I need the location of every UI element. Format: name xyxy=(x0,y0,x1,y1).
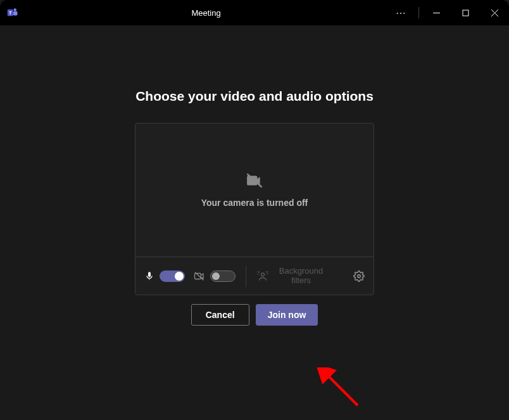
prejoin-card: Your camera is turned off xyxy=(135,123,374,295)
teams-app-icon: T xyxy=(0,0,25,25)
svg-line-18 xyxy=(326,374,358,405)
toolbar-separator xyxy=(246,265,246,287)
svg-point-11 xyxy=(261,273,265,276)
action-buttons: Cancel Join now xyxy=(0,304,509,326)
background-filters-icon xyxy=(256,270,269,283)
separator xyxy=(418,7,419,18)
device-settings-button[interactable] xyxy=(353,270,365,282)
video-preview: Your camera is turned off xyxy=(135,124,374,257)
microphone-icon xyxy=(144,271,154,281)
mic-toggle[interactable] xyxy=(160,270,185,282)
camera-off-icon xyxy=(246,172,263,189)
minimize-button[interactable] xyxy=(422,0,451,25)
titlebar: T Meeting ⋯ xyxy=(0,0,509,25)
content-area: Choose your video and audio options Your… xyxy=(0,25,509,420)
svg-point-16 xyxy=(358,274,361,277)
svg-rect-3 xyxy=(13,11,18,16)
background-filters-button[interactable]: Background filters xyxy=(256,267,348,286)
close-button[interactable] xyxy=(480,0,509,25)
page-heading: Choose your video and audio options xyxy=(0,25,509,104)
device-toolbar: Background filters xyxy=(135,257,374,295)
window-controls: ⋯ xyxy=(387,0,509,25)
svg-rect-5 xyxy=(463,10,468,16)
maximize-button[interactable] xyxy=(451,0,480,25)
svg-text:T: T xyxy=(9,10,12,16)
join-now-button[interactable]: Join now xyxy=(256,304,318,326)
window-title: Meeting xyxy=(25,8,387,18)
background-filters-label: Background filters xyxy=(274,267,328,286)
svg-point-2 xyxy=(14,8,17,11)
annotation-arrow xyxy=(317,367,367,412)
more-button[interactable]: ⋯ xyxy=(387,0,416,25)
camera-status-text: Your camera is turned off xyxy=(201,198,308,208)
video-toggle[interactable] xyxy=(210,270,236,282)
camera-icon xyxy=(194,270,205,282)
svg-rect-9 xyxy=(195,273,201,279)
cancel-button[interactable]: Cancel xyxy=(191,304,249,326)
join-label: Join now xyxy=(268,310,306,320)
cancel-label: Cancel xyxy=(206,310,235,320)
